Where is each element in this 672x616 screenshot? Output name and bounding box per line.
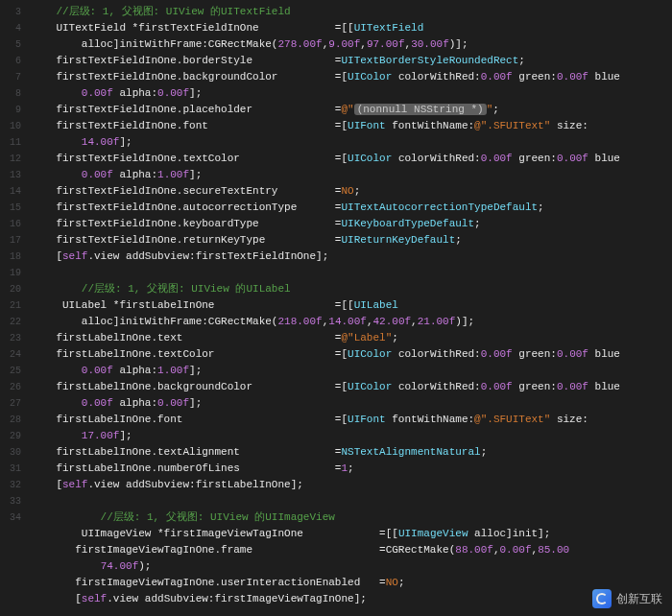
- line-number: 25: [0, 363, 21, 379]
- line-number: 27: [0, 395, 21, 412]
- line-number: 26: [0, 379, 21, 395]
- code-line[interactable]: //层级: 1, 父视图: UIView 的UILabel: [31, 281, 672, 297]
- code-area[interactable]: //层级: 1, 父视图: UIView 的UITextField UIText…: [25, 0, 672, 616]
- code-line[interactable]: firstTextFieldInOne.placeholder =@"(nonn…: [31, 102, 672, 118]
- code-line[interactable]: [self.view addSubview:firstLabelInOne];: [31, 477, 672, 493]
- line-number: 6: [0, 53, 21, 69]
- code-line[interactable]: alloc]initWithFrame:CGRectMake(278.00f,9…: [31, 36, 672, 53]
- line-number: 16: [0, 216, 21, 232]
- line-number: 30: [0, 444, 21, 461]
- code-line[interactable]: firstImageViewTagInOne.userInteractionEn…: [31, 575, 672, 591]
- code-editor[interactable]: 3456789101112131415161718192021222324252…: [0, 0, 672, 616]
- code-line[interactable]: 17.00f];: [31, 428, 672, 444]
- line-number: 14: [0, 183, 21, 200]
- code-line[interactable]: [31, 607, 672, 616]
- code-line[interactable]: 14.00f];: [31, 134, 672, 151]
- code-line[interactable]: 74.00f);: [31, 558, 672, 575]
- code-line[interactable]: firstTextFieldInOne.font =[UIFont fontWi…: [31, 118, 672, 134]
- code-line[interactable]: firstLabelInOne.backgroundColor =[UIColo…: [31, 379, 672, 395]
- line-number: 32: [0, 477, 21, 493]
- line-number-gutter: 3456789101112131415161718192021222324252…: [0, 0, 25, 616]
- code-line[interactable]: firstTextFieldInOne.autocorrectionType =…: [31, 200, 672, 216]
- line-number: 4: [0, 20, 21, 36]
- code-line[interactable]: firstTextFieldInOne.returnKeyType =UIRet…: [31, 232, 672, 249]
- line-number: 5: [0, 36, 21, 53]
- code-line[interactable]: 0.00f alpha:0.00f];: [31, 395, 672, 412]
- line-number: 24: [0, 346, 21, 363]
- watermark-icon: [592, 589, 612, 608]
- code-line[interactable]: firstLabelInOne.font =[UIFont fontWithNa…: [31, 412, 672, 428]
- line-number: 3: [0, 4, 21, 20]
- code-line[interactable]: 0.00f alpha:1.00f];: [31, 363, 672, 379]
- line-number: 12: [0, 151, 21, 167]
- code-line[interactable]: firstImageViewTagInOne.frame =CGRectMake…: [31, 542, 672, 558]
- line-number: 17: [0, 232, 21, 249]
- line-number: 33: [0, 493, 21, 509]
- code-line[interactable]: 0.00f alpha:0.00f];: [31, 85, 672, 102]
- line-number: 21: [0, 297, 21, 314]
- line-number: 29: [0, 428, 21, 444]
- code-line[interactable]: firstTextFieldInOne.secureTextEntry =NO;: [31, 183, 672, 200]
- line-number: 13: [0, 167, 21, 183]
- line-number: 8: [0, 85, 21, 102]
- code-line[interactable]: [self.view addSubview:firstImageViewTagI…: [31, 591, 672, 607]
- code-line[interactable]: UITextField *firstTextFieldInOne =[[UITe…: [31, 20, 672, 36]
- code-line[interactable]: firstLabelInOne.text =@"Label";: [31, 330, 672, 346]
- line-number: 18: [0, 249, 21, 265]
- code-line[interactable]: //层级: 1, 父视图: UIView 的UIImageView: [31, 509, 672, 526]
- code-line[interactable]: //层级: 1, 父视图: UIView 的UITextField: [31, 4, 672, 20]
- line-number: 15: [0, 200, 21, 216]
- line-number: 7: [0, 69, 21, 85]
- code-line[interactable]: firstLabelInOne.textAlignment =NSTextAli…: [31, 444, 672, 461]
- code-line[interactable]: firstLabelInOne.textColor =[UIColor colo…: [31, 346, 672, 363]
- code-line[interactable]: [31, 265, 672, 281]
- watermark: 创新互联: [592, 589, 662, 608]
- code-line[interactable]: [31, 493, 672, 509]
- code-line[interactable]: firstTextFieldInOne.borderStyle =UITextB…: [31, 53, 672, 69]
- line-number: 31: [0, 461, 21, 477]
- code-line[interactable]: firstTextFieldInOne.keyboardType =UIKeyb…: [31, 216, 672, 232]
- line-number: 10: [0, 118, 21, 134]
- code-line[interactable]: [self.view addSubview:firstTextFieldInOn…: [31, 249, 672, 265]
- line-number: 9: [0, 102, 21, 118]
- line-number: 23: [0, 330, 21, 346]
- line-number: 22: [0, 314, 21, 330]
- line-number: 11: [0, 134, 21, 151]
- line-number: 34: [0, 509, 21, 526]
- watermark-text: 创新互联: [616, 591, 662, 607]
- code-line[interactable]: 0.00f alpha:1.00f];: [31, 167, 672, 183]
- line-number: 19: [0, 265, 21, 281]
- code-line[interactable]: firstTextFieldInOne.textColor =[UIColor …: [31, 151, 672, 167]
- code-line[interactable]: UILabel *firstLabelInOne =[[UILabel: [31, 297, 672, 314]
- line-number: 20: [0, 281, 21, 297]
- code-line[interactable]: alloc]initWithFrame:CGRectMake(218.00f,1…: [31, 314, 672, 330]
- code-line[interactable]: firstLabelInOne.numberOfLines =1;: [31, 461, 672, 477]
- code-line[interactable]: UIImageView *firstImageViewTagInOne =[[U…: [31, 526, 672, 542]
- placeholder-hint: (nonnull NSString *): [354, 104, 487, 115]
- code-line[interactable]: firstTextFieldInOne.backgroundColor =[UI…: [31, 69, 672, 85]
- line-number: 28: [0, 412, 21, 428]
